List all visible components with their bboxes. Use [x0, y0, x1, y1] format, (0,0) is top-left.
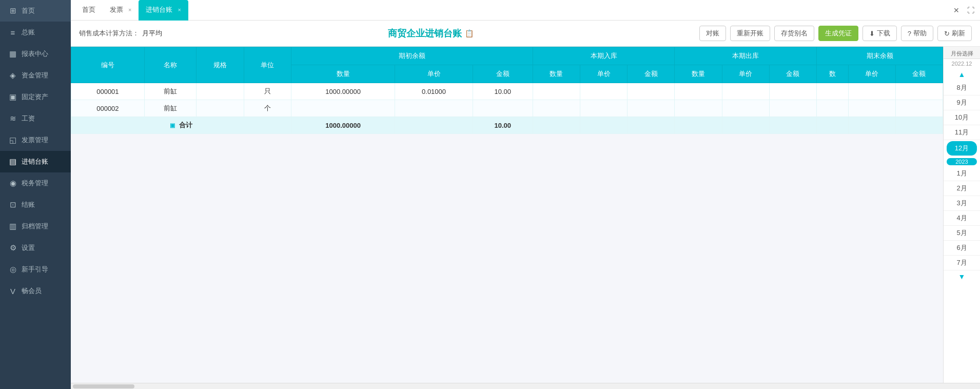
sidebar-item-purchase-sales[interactable]: ▤ 进销台账	[0, 151, 71, 172]
month-item-4[interactable]: 4月	[944, 211, 980, 226]
month-item-3[interactable]: 3月	[944, 196, 980, 211]
month-item-10[interactable]: 10月	[944, 110, 980, 125]
tax-icon: ◉	[8, 179, 17, 188]
sidebar-item-reports[interactable]: ▦ 报表中心	[0, 43, 71, 65]
tab-invoice[interactable]: 发票 ×	[103, 0, 139, 21]
page-title-text: 商贸企业进销台账	[388, 27, 462, 40]
close-window-button[interactable]: ✕	[951, 5, 962, 15]
sidebar-item-ledger[interactable]: ≡ 总账	[0, 22, 71, 43]
cell-qty-in	[533, 83, 580, 100]
sidebar-item-archive[interactable]: ▥ 归档管理	[0, 216, 71, 237]
col-sub-price-open: 单价	[395, 65, 473, 83]
col-sub-qty-in: 数量	[533, 65, 580, 83]
tab-purchase-sales[interactable]: 进销台账 ×	[139, 0, 188, 21]
col-sub-amount-open: 金额	[473, 65, 533, 83]
month-down-button[interactable]: ▼	[944, 270, 980, 283]
cell-amount-in	[628, 83, 675, 100]
cell-price-close	[848, 100, 895, 117]
month-item-12[interactable]: 12月	[947, 141, 977, 156]
cell-amount-close	[895, 100, 943, 117]
generate-voucher-button[interactable]: 生成凭证	[818, 26, 858, 41]
scroll-thumb[interactable]	[73, 384, 134, 388]
tab-purchase-sales-label: 进销台账	[146, 5, 172, 14]
tab-home-label: 首页	[82, 5, 95, 14]
cell-id: 000001	[71, 83, 145, 100]
cell-name: 前缸	[144, 83, 197, 100]
sidebar-item-guide[interactable]: ◎ 新手引导	[0, 259, 71, 280]
sidebar-item-label: 总账	[22, 28, 35, 37]
year-2022-label: 2022.12	[944, 59, 980, 68]
col-sub-price-close: 单价	[848, 65, 895, 83]
reopen-button[interactable]: 重新开账	[730, 26, 770, 41]
sidebar-item-assets[interactable]: ▣ 固定资产	[0, 86, 71, 108]
home-icon: ⊞	[8, 6, 17, 15]
save-alias-button[interactable]: 存货别名	[774, 26, 814, 41]
reconcile-button[interactable]: 对账	[699, 26, 726, 41]
download-button[interactable]: ⬇ 下载	[863, 26, 897, 41]
cell-spec	[197, 100, 244, 117]
refresh-button[interactable]: ↻ 刷新	[937, 26, 972, 41]
sidebar-item-finance[interactable]: ◈ 资金管理	[0, 65, 71, 86]
table-container: 编号 名称 规格 单位 期初余额 本期入库 本期出库 期末余额 数量 单价	[71, 47, 943, 383]
salary-icon: ≋	[8, 114, 17, 123]
help-button[interactable]: ? 帮助	[901, 26, 933, 41]
month-item-11[interactable]: 11月	[944, 125, 980, 140]
finance-icon: ◈	[8, 71, 17, 80]
sidebar-item-label: 固定资产	[22, 92, 48, 102]
maximize-window-button[interactable]: ⛶	[966, 5, 976, 15]
total-price-out	[722, 117, 769, 134]
sidebar-item-invoice-mgmt[interactable]: ◱ 发票管理	[0, 129, 71, 151]
cell-spec	[197, 83, 244, 100]
month-item-7[interactable]: 7月	[944, 256, 980, 270]
toolbar-actions: 对账 重新开账 存货别名 生成凭证 ⬇ 下载 ? 帮助 ↻ 刷新	[699, 26, 972, 41]
month-item-1[interactable]: 1月	[944, 166, 980, 181]
month-up-button[interactable]: ▲	[944, 68, 980, 81]
sidebar-item-home[interactable]: ⊞ 首页	[0, 0, 71, 22]
sidebar-item-member[interactable]: V 畅会员	[0, 280, 71, 302]
total-icon: ▣	[170, 122, 175, 128]
bottom-scrollbar[interactable]	[71, 383, 980, 389]
cell-amount-open	[473, 100, 533, 117]
sidebar-item-label: 资金管理	[22, 71, 48, 80]
cell-amount-in	[628, 100, 675, 117]
toolbar: 销售成本计算方法： 月平均 商贸企业进销台账 📋 对账 重新开账 存货别名 生成…	[71, 21, 980, 47]
cell-unit: 只	[244, 83, 291, 100]
data-table: 编号 名称 规格 单位 期初余额 本期入库 本期出库 期末余额 数量 单价	[71, 47, 943, 134]
sidebar-item-salary[interactable]: ≋ 工资	[0, 108, 71, 129]
sidebar-item-label: 畅会员	[22, 286, 42, 296]
table-row: 000002 前缸 个	[71, 100, 943, 117]
month-item-6[interactable]: 6月	[944, 241, 980, 256]
month-item-9[interactable]: 9月	[944, 95, 980, 110]
download-icon: ⬇	[869, 30, 875, 37]
col-sub-amount-close: 金额	[895, 65, 943, 83]
guide-icon: ◎	[8, 265, 17, 274]
cell-name: 前缸	[144, 100, 197, 117]
settings-icon: ⚙	[8, 243, 17, 252]
cell-qty-in	[533, 100, 580, 117]
cell-qty-close	[817, 100, 848, 117]
month-item-2[interactable]: 2月	[944, 181, 980, 196]
reports-icon: ▦	[8, 49, 17, 59]
month-item-5[interactable]: 5月	[944, 226, 980, 241]
cell-price-close	[848, 83, 895, 100]
total-label: ▣ 合计	[71, 117, 291, 134]
col-sub-price-in: 单价	[580, 65, 628, 83]
cell-qty-out	[675, 83, 722, 100]
refresh-icon: ↻	[944, 30, 950, 37]
total-qty-out	[675, 117, 722, 134]
sidebar-item-settings[interactable]: ⚙ 设置	[0, 237, 71, 259]
total-row: ▣ 合计 1000.00000 10.00	[71, 117, 943, 134]
col-header-id: 编号	[71, 47, 145, 83]
tab-home[interactable]: 首页	[75, 0, 103, 21]
cell-qty-close	[817, 83, 848, 100]
total-qty-close	[817, 117, 848, 134]
total-amount-in	[628, 117, 675, 134]
sidebar-item-label: 发票管理	[22, 135, 48, 145]
page-title: 商贸企业进销台账 📋	[166, 27, 695, 40]
month-item-8[interactable]: 8月	[944, 81, 980, 95]
member-icon: V	[8, 287, 17, 296]
sidebar-item-tax[interactable]: ◉ 税务管理	[0, 172, 71, 194]
sidebar-item-settlement[interactable]: ⊡ 结账	[0, 194, 71, 216]
tab-purchase-sales-close[interactable]: ×	[178, 7, 181, 13]
tab-invoice-close[interactable]: ×	[128, 7, 131, 13]
